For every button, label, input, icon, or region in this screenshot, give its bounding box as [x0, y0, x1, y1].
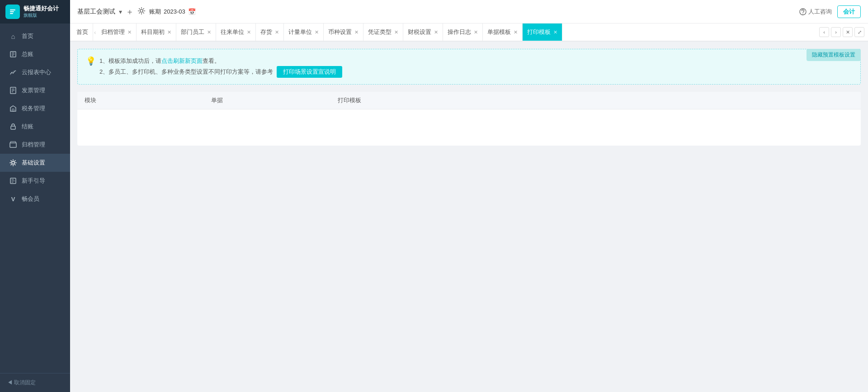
tab-close-unit[interactable]: ✕ — [315, 30, 319, 35]
tab-unit[interactable]: 计量单位 ✕ — [284, 24, 324, 41]
tab-contact[interactable]: 往来单位 ✕ — [216, 24, 256, 41]
sidebar-item-label: 税务管理 — [22, 104, 45, 113]
sidebar-item-tax[interactable]: 税务管理 — [0, 99, 70, 118]
sidebar-item-label: 畅会员 — [22, 195, 39, 203]
service-label: 人工咨询 — [808, 8, 832, 16]
sidebar-item-label: 归档管理 — [22, 141, 45, 149]
table-body — [77, 109, 861, 146]
sidebar-item-archive[interactable]: 归档管理 — [0, 136, 70, 154]
settings-icon — [9, 159, 17, 167]
tab-inventory[interactable]: 存货 ✕ — [256, 24, 284, 41]
tab-expand[interactable]: ⤢ — [854, 27, 864, 37]
tab-voucher[interactable]: 凭证类型 ✕ — [363, 24, 403, 41]
svg-rect-11 — [10, 143, 16, 147]
invoice-icon — [9, 86, 17, 94]
col-header-module: 模块 — [85, 96, 211, 104]
tab-subject[interactable]: 科目期初 ✕ — [137, 24, 176, 41]
tab-archive[interactable]: 归档管理 ✕ — [97, 24, 137, 41]
tab-close-print[interactable]: ✕ — [553, 30, 557, 35]
home-icon: ⌂ — [9, 32, 17, 40]
tab-home[interactable]: 首页 — [72, 24, 93, 41]
sidebar-item-close[interactable]: 结账 — [0, 118, 70, 136]
service-button[interactable]: 人工咨询 — [799, 8, 832, 16]
ledger-icon — [9, 50, 17, 58]
tab-nav-prev[interactable]: ‹ — [93, 29, 97, 36]
sidebar-item-label: 首页 — [22, 32, 33, 40]
sidebar-item-member[interactable]: V 畅会员 — [0, 190, 70, 208]
tab-receipt[interactable]: 单据模板 ✕ — [483, 24, 523, 41]
notice-text: 1、模板添加成功后，请点击刷新新页面查看。 2、多员工、多打印机、多种业务类型设… — [99, 56, 342, 78]
company-name: 基层工会测试 — [77, 8, 115, 16]
tab-close-contact[interactable]: ✕ — [247, 30, 251, 35]
tab-dept[interactable]: 部门员工 ✕ — [176, 24, 216, 41]
tab-close-oplog[interactable]: ✕ — [474, 30, 478, 35]
hide-template-button[interactable]: 隐藏预置模板设置 — [807, 49, 861, 61]
tab-taxset[interactable]: 财税设置 ✕ — [403, 24, 443, 41]
print-scene-button[interactable]: 打印场景设置宣说明 — [277, 66, 342, 78]
archive-icon — [9, 141, 17, 149]
sidebar-item-settings[interactable]: 基础设置 — [0, 154, 70, 172]
svg-point-16 — [802, 14, 803, 14]
tab-close-all[interactable]: ✕ — [843, 27, 853, 37]
table-header: 模块 单据 打印模板 — [77, 92, 861, 109]
sidebar-item-label: 基础设置 — [22, 159, 45, 167]
content-area: 隐藏预置模板设置 💡 1、模板添加成功后，请点击刷新新页面查看。 2、多员工、多… — [70, 42, 868, 392]
tab-scroll-right[interactable]: › — [831, 27, 841, 37]
tab-close-voucher[interactable]: ✕ — [394, 30, 398, 35]
company-dropdown-icon[interactable]: ▾ — [119, 8, 122, 15]
period-display: 账期 2023-03 📅 — [149, 8, 196, 16]
col-header-template: 打印模板 — [338, 96, 854, 104]
tabbar: 首页 ‹ 归档管理 ✕ 科目期初 ✕ 部门员工 ✕ 往来单位 ✕ 存货 ✕ 计量… — [70, 24, 868, 42]
notice-line1: 1、模板添加成功后，请点击刷新新页面查看。 — [99, 56, 342, 66]
sidebar-item-label: 云报表中心 — [22, 68, 51, 76]
col-header-danju: 单据 — [211, 96, 338, 104]
svg-rect-10 — [11, 126, 15, 129]
logo-sub: 旗舰版 — [24, 12, 59, 19]
bulb-icon: 💡 — [86, 56, 96, 66]
tab-scroll-left[interactable]: ‹ — [819, 27, 829, 37]
svg-point-12 — [12, 161, 14, 164]
settings-gear-icon[interactable] — [137, 7, 146, 17]
calendar-icon[interactable]: 📅 — [188, 8, 196, 15]
sidebar-item-label: 发票管理 — [22, 86, 45, 94]
sidebar-nav: ⌂ 首页 总账 云报表中心 发票管理 税务管理 — [0, 24, 70, 373]
logo-icon — [5, 5, 20, 19]
tab-nav-buttons: ‹ › ✕ ⤢ — [819, 27, 866, 37]
tab-close-taxset[interactable]: ✕ — [434, 30, 438, 35]
sidebar-item-label: 新手引导 — [22, 177, 45, 185]
sidebar-item-home[interactable]: ⌂ 首页 — [0, 27, 70, 45]
svg-point-14 — [140, 9, 143, 12]
sidebar-item-label: 总账 — [22, 50, 33, 58]
notice-card: 💡 1、模板添加成功后，请点击刷新新页面查看。 2、多员工、多打印机、多种业务类… — [77, 49, 861, 85]
kuaiji-button[interactable]: 会计 — [837, 5, 861, 18]
sidebar-item-guide[interactable]: 新手引导 — [0, 172, 70, 190]
sidebar-item-report[interactable]: 云报表中心 — [0, 63, 70, 81]
main-area: 基层工会测试 ▾ ＋ 账期 2023-03 📅 人工咨询 会计 首页 ‹ 归档管… — [70, 0, 868, 392]
tab-close-subject[interactable]: ✕ — [167, 30, 171, 35]
member-icon: V — [9, 195, 17, 203]
guide-icon — [9, 177, 17, 185]
tab-close-inventory[interactable]: ✕ — [275, 30, 279, 35]
app-logo: 畅捷通好会计 旗舰版 — [0, 0, 70, 24]
topbar: 基层工会测试 ▾ ＋ 账期 2023-03 📅 人工咨询 会计 — [70, 0, 868, 24]
add-tab-button[interactable]: ＋ — [126, 6, 134, 17]
tab-close-dept[interactable]: ✕ — [207, 30, 211, 35]
period-value: 2023-03 — [164, 8, 185, 15]
sidebar: 畅捷通好会计 旗舰版 ⌂ 首页 总账 云报表中心 发票管理 — [0, 0, 70, 392]
tax-icon — [9, 104, 17, 113]
tab-oplog[interactable]: 操作日志 ✕ — [443, 24, 483, 41]
tab-close-archive[interactable]: ✕ — [127, 30, 132, 35]
tab-close-receipt[interactable]: ✕ — [514, 30, 518, 35]
unpin-button[interactable]: ◀ 取消固定 — [0, 373, 70, 392]
period-label: 账期 — [149, 8, 161, 16]
report-icon — [9, 68, 17, 76]
logo-title: 畅捷通好会计 — [24, 5, 59, 12]
refresh-link[interactable]: 点击刷新新页面 — [161, 57, 203, 64]
sidebar-item-invoice[interactable]: 发票管理 — [0, 81, 70, 99]
sidebar-item-ledger[interactable]: 总账 — [0, 45, 70, 63]
tab-currency[interactable]: 币种设置 ✕ — [324, 24, 363, 41]
tab-print[interactable]: 打印模板 ✕ — [523, 24, 562, 41]
unpin-label: ◀ 取消固定 — [7, 379, 36, 387]
template-table: 模块 单据 打印模板 — [77, 92, 861, 146]
tab-close-currency[interactable]: ✕ — [354, 30, 359, 35]
